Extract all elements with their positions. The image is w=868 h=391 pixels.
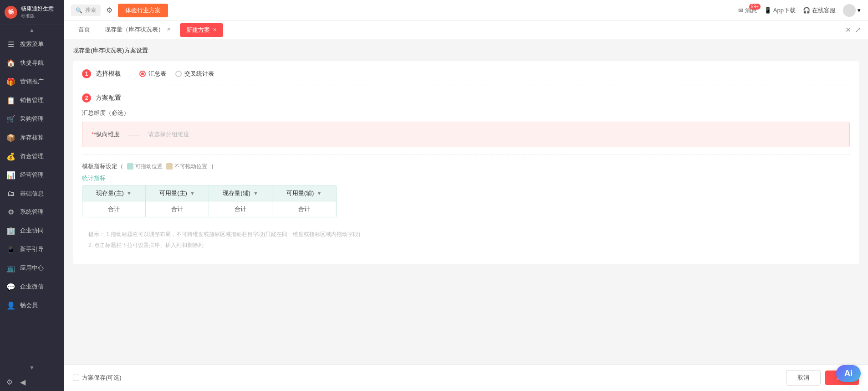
sidebar-item-label: 畅会员 (20, 301, 38, 309)
fixed-legend-box (166, 163, 173, 170)
step2-badge: 2 (82, 93, 91, 103)
stats-col-2: 现存量(辅) ▼ 合计 (209, 185, 272, 217)
sidebar-item-search-menu[interactable]: ☰ 搜索菜单 (0, 35, 64, 54)
tab-home-label: 首页 (78, 26, 90, 34)
service-label: 在线客服 (812, 6, 836, 15)
stats-col-3-header[interactable]: 可用量(辅) ▼ (272, 185, 336, 201)
indicator-settings-close: ） (211, 162, 217, 170)
sidebar-item-app-center[interactable]: 📺 应用中心 (0, 259, 64, 278)
sidebar-item-purchase[interactable]: 🛒 采购管理 (0, 110, 64, 129)
sidebar-item-system[interactable]: ⚙ 系统管理 (0, 203, 64, 221)
stats-col-0-label: 现存量(主) (96, 189, 124, 197)
search-menu-icon: ☰ (6, 40, 15, 49)
finance-icon: 💰 (6, 152, 15, 161)
logo-icon: 畅 (5, 6, 17, 19)
chevron-down-icon: ▾ (858, 7, 861, 14)
tip-2: 2. 点击标题栏下拉可设置排序、插入列和删除列 (88, 241, 843, 251)
operations-icon: 📊 (6, 171, 15, 180)
search-placeholder: 搜索 (85, 6, 96, 14)
avatar (843, 4, 856, 17)
step1-title: 选择模板 (96, 70, 121, 78)
sidebar-item-quick-nav[interactable]: 🏠 快捷导航 (0, 54, 64, 72)
chevron-1-icon: ▼ (190, 190, 195, 196)
enterprise-icon: 🏢 (6, 226, 15, 235)
chevron-3-icon: ▼ (317, 190, 322, 196)
sidebar-item-label: 系统管理 (20, 208, 44, 216)
sidebar-item-finance[interactable]: 💰 资金管理 (0, 147, 64, 166)
divider2 (82, 154, 850, 155)
stats-col-2-header[interactable]: 现存量(辅) ▼ (209, 185, 272, 201)
search-icon: 🔍 (76, 7, 82, 14)
radio-cross-dot (175, 71, 182, 77)
indicator-settings-label: 模板指标设定（ (82, 162, 123, 170)
customer-service-button[interactable]: 🎧 在线客服 (803, 6, 836, 15)
sidebar-item-sales[interactable]: 📋 销售管理 (0, 91, 64, 110)
expand-icon[interactable]: ⤢ (855, 26, 861, 34)
scroll-up-arrow[interactable]: ▲ (0, 25, 64, 35)
sidebar-item-label: 经营管理 (20, 171, 44, 179)
search-bar[interactable]: 🔍 搜索 (71, 5, 101, 16)
radio-cross[interactable]: 交叉统计表 (175, 70, 214, 78)
home-icon: 🏠 (6, 59, 15, 67)
system-icon: ⚙ (6, 208, 15, 216)
step1-badge: 1 (82, 69, 91, 78)
stats-header-row: 现存量(主) ▼ 合计 可用量(主) ▼ 合计 (82, 185, 337, 217)
indicator-settings: 模板指标设定（ 可拖动位置 不可拖动位置 ） 统计指标 (82, 162, 850, 256)
trial-button[interactable]: 体验行业方案 (118, 4, 168, 17)
radio-cross-label: 交叉统计表 (184, 70, 214, 78)
stats-col-2-body: 合计 (209, 201, 272, 217)
sidebar-item-marketing[interactable]: 🎁 营销推广 (0, 72, 64, 91)
sidebar-item-label: 企业微信 (20, 283, 44, 291)
stats-col-1-label: 可用量(主) (159, 189, 187, 197)
app-label: App下载 (773, 6, 796, 15)
sidebar: 畅 畅康通好生意 标准版 ▲ ☰ 搜索菜单 🏠 快捷导航 🎁 营销推广 📋 销售… (0, 0, 64, 391)
tip-1: 提示： 1.拖动标题栏可以调整布局，不可跨维度或指标区域拖动栏目字段(只能在同一… (88, 230, 843, 240)
stats-col-0-header[interactable]: 现存量(主) ▼ (82, 185, 145, 201)
tab-new-close[interactable]: ✕ (213, 27, 217, 33)
sidebar-nav: ☰ 搜索菜单 🏠 快捷导航 🎁 营销推广 📋 销售管理 🛒 采购管理 📦 库存核… (0, 35, 64, 363)
inventory-icon: 📦 (6, 134, 15, 142)
radio-summary[interactable]: 汇总表 (139, 70, 166, 78)
sidebar-item-inventory[interactable]: 📦 库存核算 (0, 129, 64, 147)
sidebar-item-operations[interactable]: 📊 经营管理 (0, 166, 64, 185)
tab-new-plan[interactable]: 新建方案 ✕ (180, 23, 223, 37)
user-menu[interactable]: ▾ (843, 4, 861, 17)
sidebar-item-label: 搜索菜单 (20, 40, 44, 48)
tab-inventory-close[interactable]: ✕ (167, 26, 171, 32)
topbar-settings-icon[interactable]: ⚙ (106, 6, 112, 15)
purchase-icon: 🛒 (6, 115, 15, 123)
scroll-down-arrow[interactable]: ▼ (0, 363, 64, 373)
cancel-button[interactable]: 取消 (786, 370, 821, 386)
settings-footer-icon[interactable]: ⚙ (6, 378, 13, 386)
app-download-button[interactable]: 📱 App下载 (764, 6, 796, 15)
chevron-0-icon: ▼ (127, 190, 132, 196)
save-checkbox[interactable]: 方案保存(可选) (73, 374, 122, 382)
stats-col-1: 可用量(主) ▼ 合计 (146, 185, 209, 217)
tab-inventory-status[interactable]: 现存量（库存状况表） ✕ (97, 21, 178, 39)
radio-summary-dot (139, 71, 146, 77)
tab-home[interactable]: 首页 (71, 21, 97, 39)
step2-section: 2 方案配置 汇总维度（必选） **纵向维度 —— 请选择分组维度 (82, 93, 850, 256)
stats-col-0-body: 合计 (82, 201, 145, 217)
sidebar-item-guide[interactable]: 📱 新手引导 (0, 240, 64, 259)
sidebar-item-label: 新手引导 (20, 245, 44, 253)
ai-badge[interactable]: Ai (836, 365, 861, 382)
settings-card: 1 选择模板 汇总表 交叉统计表 (73, 61, 859, 264)
save-checkbox-box (73, 375, 79, 381)
tab-new-label: 新建方案 (186, 26, 210, 34)
chevron-2-icon: ▼ (253, 190, 258, 196)
sidebar-item-label: 企业协同 (20, 226, 44, 235)
topbar-right: ✉ 消息 99+ 📱 App下载 🎧 在线客服 ▾ (738, 4, 861, 17)
sidebar-item-member[interactable]: 👤 畅会员 (0, 296, 64, 315)
app-icon: 📱 (764, 7, 771, 14)
collapse-icon[interactable]: ◀ (20, 378, 26, 386)
fixed-legend: 不可拖动位置 (166, 163, 207, 170)
stats-col-1-header[interactable]: 可用量(主) ▼ (146, 185, 209, 201)
sidebar-item-basic-info[interactable]: 🗂 基础信息 (0, 185, 64, 203)
message-button[interactable]: ✉ 消息 99+ (738, 6, 757, 15)
sidebar-item-enterprise[interactable]: 🏢 企业协同 (0, 221, 64, 240)
step2-title: 方案配置 (96, 94, 121, 102)
close-icon[interactable]: ✕ (845, 26, 851, 34)
sidebar-item-wechat[interactable]: 💬 企业微信 (0, 278, 64, 296)
vertical-dim-area[interactable]: **纵向维度 —— 请选择分组维度 (82, 122, 850, 147)
